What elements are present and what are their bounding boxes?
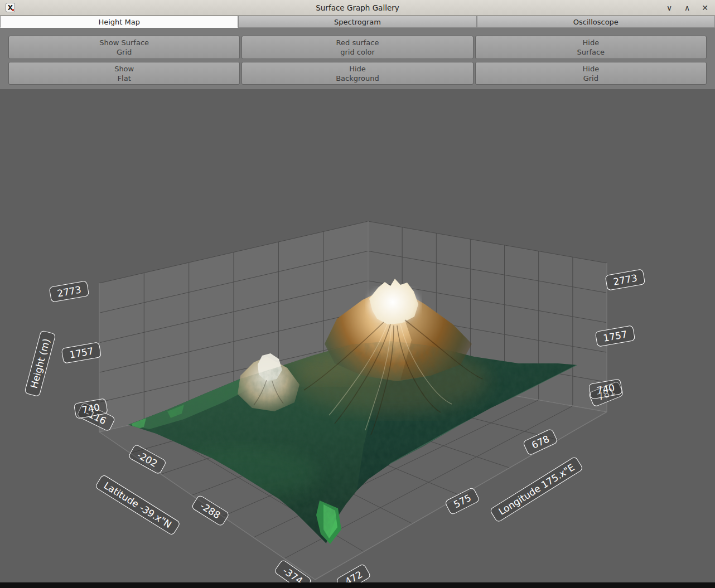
tab-spectrogram[interactable]: Spectrogram [238, 16, 476, 28]
button-label-line1: Hide [349, 64, 366, 74]
minimize-icon[interactable]: ∨ [665, 2, 674, 13]
button-label-line2: Grid [583, 74, 598, 83]
button-label-line1: Red surface [336, 38, 379, 47]
maximize-icon[interactable]: ∧ [683, 2, 692, 13]
toolbar: Show Surface Grid Red surface grid color… [0, 28, 715, 89]
tab-height-map[interactable]: Height Map [0, 16, 238, 28]
taskbar-strip [0, 582, 715, 588]
button-label-line2: Background [336, 74, 379, 83]
tab-oscilloscope[interactable]: Oscilloscope [477, 16, 715, 28]
hide-surface-button[interactable]: Hide Surface [475, 36, 707, 59]
button-label-line1: Hide [583, 64, 600, 74]
tab-bar: Height Map Spectrogram Oscilloscope [0, 16, 715, 28]
app-window: X Surface Graph Gallery ∨ ∧ ✕ Height Map… [0, 0, 715, 588]
button-label-line2: Flat [118, 74, 131, 83]
hide-background-button[interactable]: Hide Background [241, 62, 473, 85]
red-surface-grid-color-button[interactable]: Red surface grid color [241, 36, 473, 59]
button-label-line2: grid color [340, 47, 375, 57]
plot-area[interactable]: Height (m) -116 2773 1757 740 -202 -288 … [0, 89, 715, 582]
window-title: Surface Graph Gallery [0, 3, 715, 12]
button-label-line1: Show Surface [99, 38, 149, 47]
button-label-line1: Hide [583, 38, 600, 47]
title-bar[interactable]: X Surface Graph Gallery ∨ ∧ ✕ [0, 0, 715, 16]
app-icon: X [6, 3, 15, 12]
button-label-line2: Surface [577, 47, 605, 57]
show-flat-button[interactable]: Show Flat [8, 62, 240, 85]
show-surface-grid-button[interactable]: Show Surface Grid [8, 36, 240, 59]
button-label-line1: Show [114, 64, 134, 74]
close-icon[interactable]: ✕ [700, 2, 709, 13]
window-controls: ∨ ∧ ✕ [665, 2, 709, 13]
button-label-line2: Grid [117, 47, 132, 57]
hide-grid-button[interactable]: Hide Grid [475, 62, 707, 85]
